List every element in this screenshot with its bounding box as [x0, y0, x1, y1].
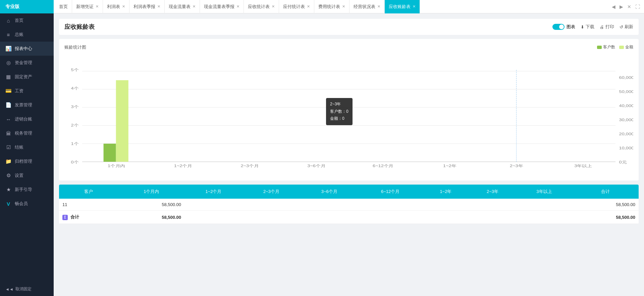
sidebar-label-settings: 设置: [15, 172, 23, 179]
svg-text:0个: 0个: [71, 160, 79, 164]
total-m6to12: [358, 211, 422, 224]
cell-y1to2: [422, 199, 469, 211]
invoice-icon: 📄: [5, 102, 11, 108]
sidebar-item-home[interactable]: ⌂ 首页: [0, 13, 54, 28]
sidebar-item-sales[interactable]: ↔ 进销台账: [0, 112, 54, 126]
tab-profit-close[interactable]: ✕: [122, 4, 125, 9]
sidebar-label-funds: 资金管理: [15, 60, 32, 66]
svg-text:2个: 2个: [71, 123, 79, 128]
svg-text:1个: 1个: [71, 142, 79, 146]
tab-biz[interactable]: 经营状况表 ✕: [350, 0, 385, 13]
svg-text:60,000.00元: 60,000.00元: [619, 76, 633, 80]
tab-ar-stat-label: 应收统计表: [248, 4, 270, 10]
refresh-label: 刷新: [625, 24, 633, 30]
total-m1to2: [184, 211, 243, 224]
tab-cashflow-label: 现金流量表: [169, 4, 191, 10]
tab-expense[interactable]: 费用统计表 ✕: [314, 0, 350, 13]
chart-container: 0个 1个 2个 3个 4个 5个 0元 10,000.00元 20,000.0…: [64, 54, 633, 175]
tab-cashflow[interactable]: 现金流量表 ✕: [165, 0, 200, 13]
sidebar-label-ledger: 总账: [15, 32, 23, 38]
tab-voucher-close[interactable]: ✕: [96, 4, 99, 9]
tab-ap-stat[interactable]: 应付统计表 ✕: [279, 0, 314, 13]
legend-customers-color: [597, 46, 602, 49]
total-m3to6: [300, 211, 358, 224]
tab-ar-stat[interactable]: 应收统计表 ✕: [244, 0, 279, 13]
tab-close-all-btn[interactable]: ✕: [626, 3, 633, 10]
sidebar-label-assets: 固定资产: [15, 74, 32, 80]
col-m6to12: 6~12个月: [358, 185, 422, 199]
total-within1m: 58,500.00: [118, 211, 184, 224]
sidebar-item-settings[interactable]: ⚙ 设置: [0, 168, 54, 183]
col-m3to6: 3~6个月: [300, 185, 358, 199]
tab-profit-q-close[interactable]: ✕: [157, 4, 160, 9]
download-btn[interactable]: ⬇ 下载: [581, 24, 594, 30]
svg-text:2~3个月: 2~3个月: [240, 164, 259, 168]
tab-ap-stat-close[interactable]: ✕: [307, 4, 310, 9]
total-y1to2: [422, 211, 469, 224]
svg-text:6~12个月: 6~12个月: [373, 164, 393, 168]
svg-text:5个: 5个: [71, 68, 79, 72]
sidebar-label-guide: 新手引导: [15, 187, 32, 193]
total-grand: 58,500.00: [572, 211, 639, 224]
sidebar-item-guide[interactable]: ★ 新手引导: [0, 183, 54, 197]
tab-profit-q[interactable]: 利润表季报 ✕: [129, 0, 165, 13]
sidebar-item-ledger[interactable]: ≡ 总账: [0, 28, 54, 42]
legend-customers-label: 客户数: [603, 44, 615, 50]
salary-icon: 💳: [5, 88, 11, 94]
main-area: 首页 新增凭证 ✕ 利润表 ✕ 利润表季报 ✕ 现金流量表 ✕ 现金流量表季报 …: [54, 0, 644, 296]
tab-prev-btn[interactable]: ◀: [610, 3, 617, 10]
tab-voucher[interactable]: 新增凭证 ✕: [72, 0, 103, 13]
sidebar-footer-label: 取消固定: [15, 286, 32, 292]
tax-icon: 🏛: [5, 131, 11, 136]
tab-ar-aging-close[interactable]: ✕: [413, 4, 416, 9]
refresh-btn[interactable]: ↺ 刷新: [620, 24, 633, 30]
tab-expand-btn[interactable]: ⛶: [634, 3, 641, 10]
tab-cashflow-q[interactable]: 现金流量表季报 ✕: [200, 0, 244, 13]
total-label-text: 合计: [70, 214, 79, 219]
chart-svg: 0个 1个 2个 3个 4个 5个 0元 10,000.00元 20,000.0…: [64, 54, 633, 168]
svg-text:10,000.00元: 10,000.00元: [619, 146, 633, 150]
col-m2to3: 2~3个月: [243, 185, 301, 199]
tab-expense-close[interactable]: ✕: [342, 4, 345, 9]
tab-ar-aging[interactable]: 应收账龄表 ✕: [385, 0, 420, 13]
sidebar-item-salary[interactable]: 💳 工资: [0, 84, 54, 98]
settings-icon: ⚙: [5, 172, 11, 179]
sidebar-footer-pin[interactable]: ◄◄ 取消固定: [0, 282, 54, 296]
total-icon: Σ: [62, 215, 68, 220]
svg-text:40,000.00元: 40,000.00元: [619, 104, 633, 108]
legend-amount: 金额: [619, 44, 633, 50]
sidebar-item-reports[interactable]: 📊 报表中心: [0, 42, 54, 56]
col-m1to2: 1~2个月: [184, 185, 243, 199]
vip-icon: V: [5, 201, 11, 207]
tab-ap-stat-label: 应付统计表: [283, 4, 305, 10]
tab-ar-stat-close[interactable]: ✕: [272, 4, 275, 9]
tab-profit[interactable]: 利润表 ✕: [103, 0, 129, 13]
legend-amount-label: 金额: [625, 44, 633, 50]
sidebar-item-settle[interactable]: ☑ 结账: [0, 140, 54, 154]
tab-cashflow-q-close[interactable]: ✕: [236, 4, 239, 9]
home-icon: ⌂: [5, 18, 11, 23]
total-m2to3: [243, 211, 301, 224]
chart-toggle[interactable]: [552, 24, 565, 30]
sidebar-item-archive[interactable]: 📁 归档管理: [0, 154, 54, 168]
svg-text:2~3年: 2~3年: [510, 164, 523, 168]
tab-next-btn[interactable]: ▶: [618, 3, 625, 10]
sidebar-item-vip[interactable]: V 畅会员: [0, 197, 54, 211]
tab-home[interactable]: 首页: [55, 0, 72, 13]
col-y1to2: 1~2年: [422, 185, 469, 199]
sidebar-item-tax[interactable]: 🏛 税务管理: [0, 126, 54, 140]
sidebar-label-reports: 报表中心: [15, 46, 32, 52]
sidebar-item-invoice[interactable]: 📄 发票管理: [0, 98, 54, 112]
cell-total: 58,500.00: [572, 199, 639, 211]
chart-toggle-label: 图表: [567, 24, 575, 30]
print-icon: 🖨: [600, 24, 604, 30]
tab-cashflow-close[interactable]: ✕: [193, 4, 196, 9]
tab-biz-close[interactable]: ✕: [377, 4, 380, 9]
chart-card: 账龄统计图 客户数 金额 0个 1个 2个 3个 4个: [59, 39, 639, 181]
print-btn[interactable]: 🖨 打印: [600, 24, 614, 30]
sidebar-label-sales: 进销台账: [15, 116, 32, 122]
sidebar-item-assets[interactable]: ▦ 固定资产: [0, 70, 54, 84]
sidebar-item-funds[interactable]: ◎ 资金管理: [0, 56, 54, 70]
cell-m6to12: [358, 199, 422, 211]
tabbar: 首页 新增凭证 ✕ 利润表 ✕ 利润表季报 ✕ 现金流量表 ✕ 现金流量表季报 …: [54, 0, 644, 13]
